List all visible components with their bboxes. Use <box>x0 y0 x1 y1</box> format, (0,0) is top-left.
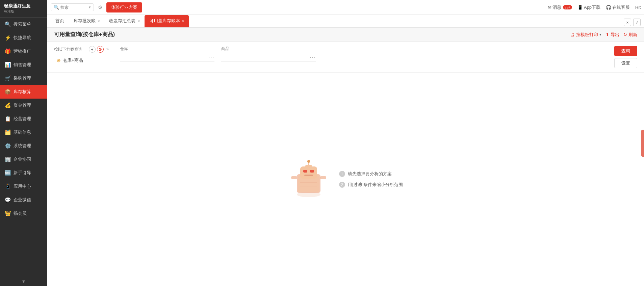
app-download-btn[interactable]: 📱 App下载 <box>577 4 600 10</box>
scheme-item-warehouse-product[interactable]: ⊕仓库+商品 <box>54 55 109 66</box>
product-input-area: ··· <box>221 53 316 61</box>
sidebar-item-label-basic: 基础信息 <box>14 129 43 135</box>
search-icon: 🔍 <box>5 21 11 27</box>
newbie-icon: 🆕 <box>5 170 11 176</box>
search-input[interactable] <box>60 5 87 10</box>
topbar-right: ✉ 消息 99+ 📱 App下载 🎧 在线客服 Rit <box>548 4 641 10</box>
sidebar-item-enterprise[interactable]: 🏢企业协同 <box>0 153 47 166</box>
sidebar-item-label-member: 畅会员 <box>14 210 43 216</box>
tab-batch[interactable]: 库存批次账 × <box>69 15 104 27</box>
wechat-icon: 💬 <box>5 197 11 203</box>
filter-schemes-actions: + ⚙ « <box>89 46 109 53</box>
filter-fields: 仓库 ··· 商品 ··· <box>113 46 608 68</box>
tab-batch-label: 库存批次账 <box>74 18 96 24</box>
topbar-search-box[interactable]: 🔍 ▾ <box>51 3 94 11</box>
scheme-items-list: ⊕仓库+商品 <box>54 55 109 66</box>
appcenter-icon: 📱 <box>5 183 11 189</box>
sidebar-item-sales[interactable]: 📊销售管理 <box>0 58 47 72</box>
headset-icon: 🎧 <box>606 5 611 10</box>
chevron-down-icon[interactable]: ▾ <box>89 5 91 9</box>
empty-tip-1: 1 请先选择要分析的方案 <box>339 171 403 177</box>
collapse-schemes-btn[interactable]: « <box>106 46 109 53</box>
print-btn[interactable]: 🖨 按模板打印 ▾ <box>570 32 601 38</box>
tip-num-1: 1 <box>339 171 345 177</box>
tabbar-actions: × ⤢ <box>624 19 641 27</box>
sidebar-item-operations[interactable]: 📋经营管理 <box>0 112 47 126</box>
svg-rect-3 <box>300 166 317 179</box>
sidebar-item-member[interactable]: 👑畅会员 <box>0 207 47 220</box>
sidebar-item-appcenter[interactable]: 📱应用中心 <box>0 180 47 193</box>
svg-rect-5 <box>310 170 314 173</box>
tab-available-close[interactable]: × <box>182 19 184 23</box>
sidebar-item-label-purchase: 采购管理 <box>14 75 43 81</box>
sidebar-item-system[interactable]: ⚙️系统管理 <box>0 139 47 153</box>
logo-subtitle: 标准版 <box>4 9 43 14</box>
tab-expand-btn[interactable]: ⤢ <box>633 19 641 26</box>
warehouse-more-btn[interactable]: ··· <box>208 54 214 60</box>
page-header: 可用量查询(按仓库+商品) 🖨 按模板打印 ▾ ⬆ 导出 ↻ 刷新 <box>47 28 644 42</box>
refresh-btn[interactable]: ↻ 刷新 <box>623 32 637 38</box>
sidebar-item-shortcut[interactable]: ⚡快捷导航 <box>0 31 47 45</box>
industry-btn[interactable]: 体验行业方案 <box>106 2 142 12</box>
filter-panel: 按以下方案查询 + ⚙ « ⊕仓库+商品 仓库 ··· <box>47 42 644 73</box>
scheme-settings-btn[interactable]: ⚙ <box>97 46 104 53</box>
product-label: 商品 <box>221 46 316 52</box>
empty-tips: 1 请先选择要分析的方案 2 用[过滤]条件来缩小分析范围 <box>339 171 403 188</box>
tip-text-1: 请先选择要分析的方案 <box>348 171 392 177</box>
sidebar-item-funds[interactable]: 💰资金管理 <box>0 99 47 112</box>
print-icon: 🖨 <box>570 32 575 37</box>
empty-state: 1 请先选择要分析的方案 2 用[过滤]条件来缩小分析范围 <box>47 73 644 286</box>
notice-btn[interactable]: ✉ 消息 99+ <box>548 4 572 10</box>
sidebar-item-marketing[interactable]: 🎁营销推广 <box>0 45 47 58</box>
sidebar-item-inventory[interactable]: 📦库存核算 <box>0 85 47 99</box>
product-input[interactable] <box>221 55 308 60</box>
content-area: 可用量查询(按仓库+商品) 🖨 按模板打印 ▾ ⬆ 导出 ↻ 刷新 <box>47 28 644 286</box>
sidebar-item-label-search: 搜索菜单 <box>14 21 43 27</box>
warehouse-input[interactable] <box>120 55 206 60</box>
funds-icon: 💰 <box>5 102 11 108</box>
add-scheme-btn[interactable]: + <box>89 46 96 53</box>
notice-label: 消息 <box>552 4 561 10</box>
product-field: 商品 ··· <box>221 46 316 61</box>
tab-close-all-btn[interactable]: × <box>624 19 631 26</box>
tab-batch-close[interactable]: × <box>98 19 100 23</box>
tab-summary-close[interactable]: × <box>137 19 139 23</box>
main-area: 🔍 ▾ ⚙ 体验行业方案 ✉ 消息 99+ 📱 App下载 🎧 在线客服 Rit <box>47 0 644 286</box>
sidebar-item-label-enterprise: 企业协同 <box>14 156 43 162</box>
phone-icon: 📱 <box>577 5 583 10</box>
inventory-icon: 📦 <box>5 89 11 95</box>
sidebar: 畅康通好生意 标准版 🔍搜索菜单⚡快捷导航🎁营销推广📊销售管理🛒采购管理📦库存核… <box>0 0 47 286</box>
tip-text-2: 用[过滤]条件来缩小分析范围 <box>348 182 403 188</box>
settings-btn[interactable]: 设置 <box>614 58 637 68</box>
sidebar-item-newbie[interactable]: 🆕新手引导 <box>0 166 47 180</box>
online-service-btn[interactable]: 🎧 在线客服 <box>606 4 630 10</box>
sidebar-item-wechat[interactable]: 💬企业微信 <box>0 193 47 207</box>
refresh-icon: ↻ <box>623 32 627 37</box>
sidebar-item-search[interactable]: 🔍搜索菜单 <box>0 18 47 31</box>
scheme-label-warehouse-product: 仓库+商品 <box>63 57 83 63</box>
sidebar-logo: 畅康通好生意 标准版 <box>0 0 47 18</box>
export-btn[interactable]: ⬆ 导出 <box>606 32 619 38</box>
svg-rect-7 <box>291 176 297 179</box>
sidebar-scroll: 🔍搜索菜单⚡快捷导航🎁营销推广📊销售管理🛒采购管理📦库存核算💰资金管理📋经营管理… <box>0 18 47 277</box>
tab-summary[interactable]: 收发存汇总表 × <box>104 15 144 27</box>
product-more-btn[interactable]: ··· <box>310 54 316 60</box>
refresh-label: 刷新 <box>628 32 637 38</box>
purchase-icon: 🛒 <box>5 75 11 81</box>
sidebar-item-label-wechat: 企业微信 <box>14 197 43 203</box>
logo-title: 畅康通好生意 <box>4 3 43 9</box>
topbar: 🔍 ▾ ⚙ 体验行业方案 ✉ 消息 99+ 📱 App下载 🎧 在线客服 Rit <box>47 0 644 15</box>
tab-home[interactable]: 首页 <box>51 15 69 27</box>
filter-schemes: 按以下方案查询 + ⚙ « ⊕仓库+商品 <box>54 46 113 68</box>
user-avatar[interactable]: Rit <box>635 5 641 10</box>
svg-rect-4 <box>303 170 307 173</box>
sidebar-scroll-down[interactable]: ▼ <box>0 277 47 286</box>
sidebar-item-basic[interactable]: 🗂️基础信息 <box>0 126 47 139</box>
gear-icon[interactable]: ⚙ <box>98 4 102 10</box>
page-title: 可用量查询(按仓库+商品) <box>54 31 115 38</box>
filter-schemes-header: 按以下方案查询 + ⚙ « <box>54 46 109 53</box>
sidebar-item-purchase[interactable]: 🛒采购管理 <box>0 72 47 85</box>
sidebar-item-label-newbie: 新手引导 <box>14 170 43 176</box>
query-btn[interactable]: 查询 <box>614 46 637 56</box>
tab-available[interactable]: 可用量库存账本 × <box>145 15 189 27</box>
